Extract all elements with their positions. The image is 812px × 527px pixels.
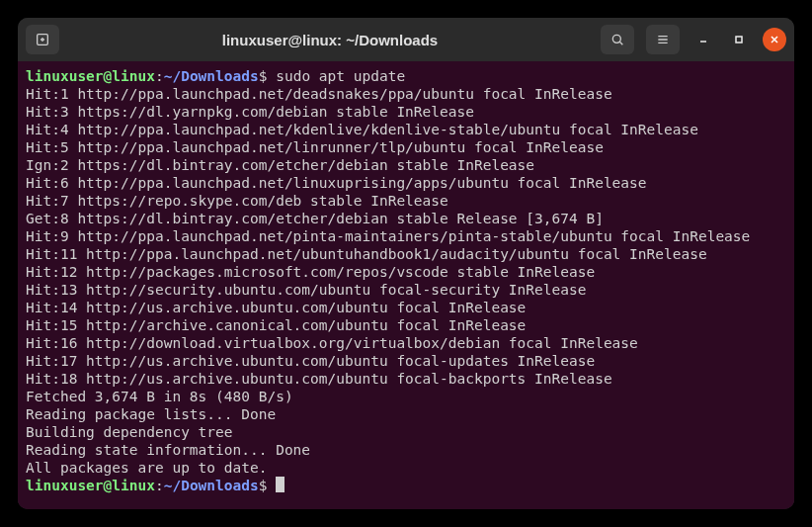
terminal-output-line: Hit:11 http://ppa.launchpad.net/ubuntuha… bbox=[26, 245, 786, 263]
terminal-output-line: Ign:2 https://dl.bintray.com/etcher/debi… bbox=[26, 156, 786, 174]
prompt-separator: : bbox=[155, 68, 164, 84]
prompt-path: ~/Downloads bbox=[164, 478, 259, 493]
cursor bbox=[276, 477, 284, 492]
maximize-icon bbox=[734, 35, 744, 44]
prompt-symbol: $ bbox=[259, 478, 276, 493]
new-tab-button[interactable] bbox=[26, 25, 59, 54]
minimize-icon bbox=[698, 35, 708, 44]
terminal-output-line: All packages are up to date. bbox=[26, 459, 786, 477]
terminal-line: linuxuser@linux:~/Downloads$ sudo apt up… bbox=[26, 67, 786, 85]
titlebar-left bbox=[26, 25, 59, 54]
terminal-line: linuxuser@linux:~/Downloads$ bbox=[26, 477, 786, 494]
titlebar-right bbox=[601, 25, 786, 54]
terminal-output-line: Hit:9 http://ppa.launchpad.net/pinta-mai… bbox=[26, 227, 786, 245]
terminal-output-line: Hit:5 http://ppa.launchpad.net/linrunner… bbox=[26, 138, 786, 156]
terminal-output-line: Get:8 https://dl.bintray.com/etcher/debi… bbox=[26, 210, 786, 227]
prompt-symbol: $ bbox=[259, 68, 276, 84]
prompt-user-host: linuxuser@linux bbox=[26, 68, 155, 84]
svg-rect-9 bbox=[736, 37, 742, 43]
terminal-output-line: Hit:18 http://us.archive.ubuntu.com/ubun… bbox=[26, 370, 786, 388]
close-icon bbox=[770, 35, 779, 44]
close-button[interactable] bbox=[763, 28, 786, 51]
terminal-body[interactable]: linuxuser@linux:~/Downloads$ sudo apt up… bbox=[18, 61, 794, 509]
terminal-output-line: Hit:17 http://us.archive.ubuntu.com/ubun… bbox=[26, 352, 786, 370]
search-icon bbox=[609, 32, 625, 47]
terminal-output-line: Hit:3 https://dl.yarnpkg.com/debian stab… bbox=[26, 103, 786, 121]
prompt-user-host: linuxuser@linux bbox=[26, 478, 155, 493]
new-tab-icon bbox=[35, 32, 50, 47]
titlebar: linuxuser@linux: ~/Downloads bbox=[18, 18, 794, 61]
terminal-output-line: Fetched 3,674 B in 8s (480 B/s) bbox=[26, 388, 786, 405]
command-text: sudo apt update bbox=[276, 68, 405, 84]
terminal-output-line: Hit:16 http://download.virtualbox.org/vi… bbox=[26, 334, 786, 352]
terminal-output-line: Hit:1 http://ppa.launchpad.net/deadsnake… bbox=[26, 85, 786, 103]
terminal-output-line: Building dependency tree bbox=[26, 423, 786, 441]
menu-button[interactable] bbox=[646, 25, 680, 54]
terminal-output-line: Hit:7 https://repo.skype.com/deb stable … bbox=[26, 192, 786, 210]
prompt-path: ~/Downloads bbox=[164, 68, 259, 84]
terminal-output-line: Hit:15 http://archive.canonical.com/ubun… bbox=[26, 316, 786, 334]
window-title: linuxuser@linux: ~/Downloads bbox=[67, 32, 593, 48]
search-button[interactable] bbox=[601, 25, 634, 54]
terminal-output-line: Reading state information... Done bbox=[26, 441, 786, 459]
terminal-output-line: Hit:14 http://us.archive.ubuntu.com/ubun… bbox=[26, 299, 786, 316]
terminal-output-line: Reading package lists... Done bbox=[26, 405, 786, 423]
minimize-button[interactable] bbox=[691, 28, 715, 51]
hamburger-icon bbox=[655, 32, 671, 47]
terminal-output-line: Hit:13 http://security.ubuntu.com/ubuntu… bbox=[26, 281, 786, 299]
maximize-button[interactable] bbox=[727, 28, 751, 51]
terminal-output-line: Hit:4 http://ppa.launchpad.net/kdenlive/… bbox=[26, 121, 786, 138]
prompt-separator: : bbox=[155, 478, 164, 493]
svg-point-3 bbox=[612, 35, 620, 43]
terminal-output-line: Hit:6 http://ppa.launchpad.net/linuxupri… bbox=[26, 174, 786, 192]
terminal-output-line: Hit:12 http://packages.microsoft.com/rep… bbox=[26, 263, 786, 281]
svg-line-4 bbox=[619, 42, 622, 44]
terminal-window: linuxuser@linux: ~/Downloads bbox=[18, 18, 794, 509]
